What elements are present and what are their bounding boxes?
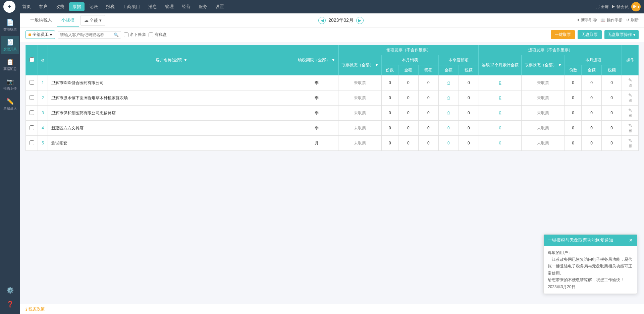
- row-actions: ✎ 🖥: [622, 75, 639, 90]
- nav-messages[interactable]: 消息: [145, 2, 160, 11]
- col-sales-m-count: 份数: [381, 65, 398, 75]
- col-purchase-m-count: 份数: [565, 65, 582, 75]
- row-checkbox[interactable]: [30, 125, 34, 130]
- row-checkbox[interactable]: [30, 80, 34, 85]
- ticket-summary-icon: 📋: [6, 58, 14, 66]
- sidebar-label-ticket-summary: 票据汇总: [3, 67, 17, 71]
- sidebar-item-smart-ticket[interactable]: 📄 智能取票: [1, 16, 19, 35]
- tab-small-scale[interactable]: 小规模: [57, 14, 79, 27]
- tab-all[interactable]: ☁ 全能 ▾: [80, 15, 105, 26]
- no-disk-ops-btn[interactable]: 无盘取票操作 ▾: [604, 30, 639, 39]
- row-purchase-m-amount: 0: [582, 75, 602, 90]
- search-input[interactable]: [60, 33, 114, 37]
- nav-manage[interactable]: 管理: [162, 2, 177, 11]
- nav-services[interactable]: 服务: [195, 2, 211, 11]
- no-disk-btn[interactable]: 无盘取票: [578, 30, 602, 39]
- nav-billing[interactable]: 收费: [52, 2, 68, 11]
- detail-icon[interactable]: 🖥: [628, 143, 633, 148]
- col-sales-q-tax: 税额: [459, 65, 479, 75]
- tab-general-taxpayer[interactable]: 一般纳税人: [25, 14, 57, 27]
- filter-dropdown-icon: ▾: [50, 33, 52, 37]
- period-next-btn[interactable]: ▶: [356, 17, 364, 24]
- edit-icon[interactable]: ✎: [628, 123, 632, 128]
- col-tax-period: 纳税期限（全部） ▼: [295, 45, 338, 75]
- fullscreen-btn[interactable]: ⛶ 全屏: [595, 4, 608, 10]
- nav-operations[interactable]: 经营: [178, 2, 194, 11]
- right-tools: ⛶ 全屏 ▶ 畅会员 tEa: [595, 2, 641, 11]
- row-sales-m-tax: 0: [418, 136, 438, 151]
- sidebar-item-help[interactable]: ❓: [1, 298, 19, 311]
- name-account-filter[interactable]: 名下账套: [124, 32, 146, 38]
- search-icon[interactable]: 🔍: [114, 33, 119, 37]
- nav-customer[interactable]: 客户: [36, 2, 51, 11]
- edit-icon[interactable]: ✎: [628, 77, 632, 83]
- nav-invoice[interactable]: 票据: [69, 2, 85, 11]
- tax-disk-filter[interactable]: 有税盘: [149, 32, 167, 38]
- row-sales-q-tax: 0: [459, 90, 479, 106]
- row-sales-m-tax: 0: [418, 75, 438, 90]
- avatar[interactable]: tEa: [631, 2, 641, 11]
- popup-close-btn[interactable]: ✕: [629, 238, 633, 243]
- row-sales-12m: 0: [479, 136, 521, 151]
- notification-popup: 一键报税与无盘取票功能恢复通知 ✕ 尊敬的用户： 江苏政务网已恢复访问电子税务局…: [543, 234, 637, 294]
- row-actions: ✎ 🖥: [622, 121, 639, 136]
- employee-filter[interactable]: 全部员工 ▾: [25, 30, 55, 39]
- guide-btn[interactable]: ✦ 新手引导: [577, 17, 597, 23]
- row-checkbox[interactable]: [30, 110, 34, 115]
- nav-settings[interactable]: 设置: [212, 2, 227, 11]
- detail-icon[interactable]: 🖥: [628, 128, 633, 133]
- row-sales-m-count: 0: [381, 106, 398, 121]
- sidebar-item-settings[interactable]: ⚙️: [1, 284, 19, 297]
- sidebar-item-ticket-entry[interactable]: ✏️ 票据录入: [1, 95, 19, 114]
- row-sales-q-amount: 0: [438, 75, 459, 90]
- period-prev-btn[interactable]: ◀: [318, 17, 326, 24]
- edit-icon[interactable]: ✎: [628, 138, 632, 143]
- row-checkbox-cell: [26, 90, 38, 106]
- row-index: 3: [38, 106, 48, 121]
- vip-btn[interactable]: ▶ 畅会员: [611, 4, 629, 10]
- row-checkbox[interactable]: [30, 140, 34, 145]
- smart-ticket-icon: 📄: [6, 19, 14, 26]
- name-account-checkbox[interactable]: [124, 33, 128, 37]
- col-sales-m-amount: 金额: [398, 65, 418, 75]
- row-purchase-m-count: 0: [565, 75, 582, 90]
- row-purchase-m-count: 0: [565, 90, 582, 106]
- col-12m-cumulative: 连续12个月累计金额: [479, 55, 521, 75]
- settings-col-icon[interactable]: ⚙: [41, 58, 45, 63]
- nav-accounting[interactable]: 记账: [86, 2, 101, 11]
- popup-header: 一键报税与无盘取票功能恢复通知 ✕: [544, 235, 637, 246]
- row-index: 2: [38, 90, 48, 106]
- row-purchase-status: 未取票: [522, 75, 565, 90]
- col-group-sales: 销项发票（不含作废票）: [338, 45, 479, 55]
- sidebar-item-ticket-summary[interactable]: 📋 票据汇总: [1, 56, 19, 74]
- detail-icon[interactable]: 🖥: [628, 98, 633, 103]
- one-click-btn[interactable]: 一键取票: [551, 30, 575, 39]
- tax-disk-checkbox[interactable]: [149, 33, 153, 37]
- edit-icon[interactable]: ✎: [628, 108, 632, 113]
- refresh-btn[interactable]: ↺ 刷新: [626, 17, 639, 23]
- edit-icon[interactable]: ✎: [628, 92, 632, 98]
- col-group-purchase: 进项发票（不含作废票）: [479, 45, 622, 55]
- sidebar: 📄 智能取票 🧾 发票开具 📋 票据汇总 📷 扫描上传 ✏️ 票据录入 ⚙️ ❓: [0, 13, 20, 314]
- manual-btn[interactable]: 📖 操作手册: [600, 17, 623, 23]
- detail-icon[interactable]: 🖥: [628, 83, 633, 88]
- row-purchase-status: 未取票: [522, 121, 565, 136]
- nav-home[interactable]: 首页: [19, 2, 34, 11]
- row-period: 月: [295, 136, 338, 151]
- nav-business[interactable]: 工商项目: [119, 2, 144, 11]
- header-actions: ✦ 新手引导 📖 操作手册 ↺ 刷新: [577, 17, 639, 23]
- row-purchase-m-count: 0: [565, 106, 582, 121]
- select-all-checkbox[interactable]: [30, 57, 34, 62]
- main-table: ⚙ 客户名称(全部) ▼ 纳税期限（全部） ▼ 销项发票（不含作废票） 进项发票…: [25, 45, 639, 151]
- row-checkbox[interactable]: [30, 95, 34, 100]
- row-purchase-status: 未取票: [522, 90, 565, 106]
- detail-icon[interactable]: 🖥: [628, 113, 633, 118]
- sidebar-item-scan-upload[interactable]: 📷 扫描上传: [1, 75, 19, 94]
- row-checkbox-cell: [26, 121, 38, 136]
- row-sales-m-amount: 0: [398, 75, 418, 90]
- row-checkbox-cell: [26, 136, 38, 151]
- row-actions: ✎ 🖥: [622, 106, 639, 121]
- nav-tax[interactable]: 报税: [103, 2, 118, 11]
- sidebar-item-invoice-issue[interactable]: 🧾 发票开具: [1, 36, 19, 54]
- tax-policy-link[interactable]: 税务政策: [29, 306, 45, 312]
